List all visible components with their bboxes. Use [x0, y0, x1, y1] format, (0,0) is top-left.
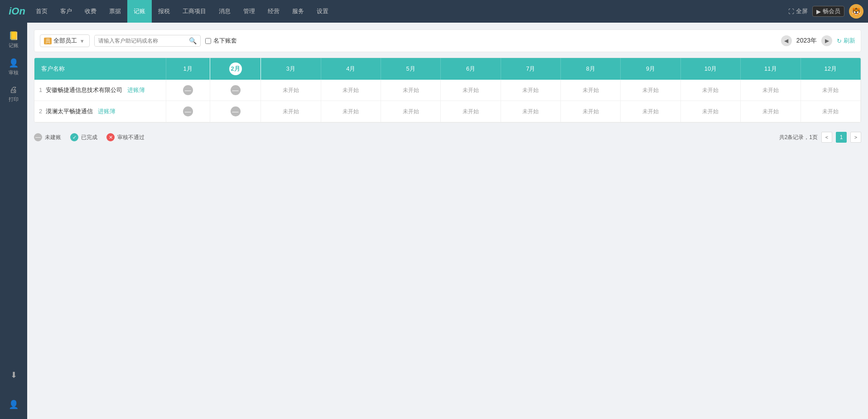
nav-settings[interactable]: 设置 [310, 0, 335, 23]
nav-manage[interactable]: 管理 [237, 0, 261, 23]
year-label: 2023年 [796, 37, 817, 45]
client-name-cell: 2 漠澜太平畅捷通信 进账簿 [34, 101, 166, 122]
not-started-text: 未开始 [642, 87, 659, 93]
col-month-9: 9月 [621, 58, 680, 80]
not-started-text: 未开始 [702, 108, 719, 115]
sidebar-item-review[interactable]: 👤 审核 [1, 54, 26, 79]
nav-home[interactable]: 首页 [29, 0, 54, 23]
client-name-cell: 1 安徽畅捷通信息技术有限公司 进账簿 [34, 80, 166, 101]
sidebar-item-user[interactable]: 👤 [1, 392, 26, 417]
employee-select[interactable]: 员 全部员工 ▾ [40, 34, 90, 47]
status-sep: 未开始 [621, 80, 680, 101]
legend: — 未建账 ✓ 已完成 ✕ 审核不通过 [34, 133, 145, 141]
current-month-circle: 2月 [229, 63, 242, 75]
status-apr: 未开始 [321, 101, 381, 122]
not-started-text: 未开始 [403, 87, 419, 93]
col-month-7: 7月 [501, 58, 560, 80]
nav-fee[interactable]: 收费 [78, 0, 103, 23]
refresh-button[interactable]: ↻ 刷新 [837, 37, 855, 45]
search-button[interactable]: 🔍 [185, 35, 200, 46]
year-prev-button[interactable]: ◀ [781, 35, 792, 46]
accounts-table: 客户名称 1月 2月 3月 4月 5月 6月 7月 8月 9月 10月 11月 [34, 58, 861, 122]
status-apr: 未开始 [321, 80, 381, 101]
nav-business[interactable]: 工商项目 [176, 0, 212, 23]
download-icon: ⬇ [10, 370, 17, 380]
status-may: 未开始 [381, 80, 440, 101]
year-nav: ◀ 2023年 ▶ [781, 35, 832, 46]
sidebar-item-print[interactable]: 🖨 打印 [1, 82, 26, 106]
nav-accounting[interactable]: 记账 [127, 0, 152, 23]
client-name-text: 漠澜太平畅捷通信 [46, 108, 93, 115]
my-accounts-checkbox[interactable] [205, 38, 211, 44]
status-feb: — [210, 80, 260, 101]
pagination-current: 1 [836, 132, 847, 143]
status-jun: 未开始 [441, 80, 501, 101]
col-month-10: 10月 [680, 58, 740, 80]
not-started-text: 未开始 [463, 87, 479, 93]
status-nov: 未开始 [741, 101, 800, 122]
not-started-text: 未开始 [403, 108, 419, 115]
nav-message[interactable]: 消息 [212, 0, 237, 23]
accounts-table-wrap: 客户名称 1月 2月 3月 4月 5月 6月 7月 8月 9月 10月 11月 [34, 58, 861, 123]
pagination-prev[interactable]: < [821, 132, 832, 143]
status-may: 未开始 [381, 101, 440, 122]
sidebar-item-accounting[interactable]: 📒 记账 [1, 27, 26, 52]
status-dec: 未开始 [800, 80, 861, 101]
enter-ledger-link[interactable]: 进账簿 [127, 87, 145, 93]
status-sep: 未开始 [621, 101, 680, 122]
enter-ledger-link[interactable]: 进账簿 [98, 108, 116, 115]
refresh-icon: ↻ [837, 38, 842, 44]
legend-not-created-label: 未建账 [45, 134, 61, 141]
row-index: 2 [39, 108, 42, 115]
not-started-text: 未开始 [762, 108, 779, 115]
page-footer: — 未建账 ✓ 已完成 ✕ 审核不通过 共2条记录，1页 < 1 > [34, 128, 861, 146]
nav-operation[interactable]: 经营 [261, 0, 286, 23]
status-oct: 未开始 [680, 101, 740, 122]
search-input-wrap: 🔍 [94, 35, 201, 47]
year-next-button[interactable]: ▶ [821, 35, 832, 46]
not-started-text: 未开始 [702, 87, 719, 93]
pagination: 共2条记录，1页 < 1 > [779, 132, 861, 143]
not-started-text: 未开始 [283, 87, 299, 93]
vip-button[interactable]: ▶ 畅会员 [812, 6, 844, 17]
status-dot-gray: — [183, 106, 193, 116]
vip-label: 畅会员 [823, 7, 840, 15]
sidebar-item-download[interactable]: ⬇ [1, 362, 26, 387]
employee-chevron-icon: ▾ [81, 38, 84, 44]
col-month-8: 8月 [561, 58, 621, 80]
not-started-text: 未开始 [283, 108, 299, 115]
not-started-text: 未开始 [822, 108, 839, 115]
user-avatar[interactable]: 🐯 [849, 4, 863, 19]
legend-dot-red: ✕ [106, 133, 115, 141]
not-started-text: 未开始 [522, 108, 539, 115]
sidebar-print-label: 打印 [9, 96, 19, 103]
right-tools: ⛶ 全屏 ▶ 畅会员 🐯 [788, 4, 863, 19]
user-icon: 👤 [9, 400, 19, 409]
status-mar: 未开始 [261, 80, 321, 101]
not-started-text: 未开始 [642, 108, 659, 115]
col-month-2: 2月 [210, 58, 260, 80]
search-input[interactable] [95, 36, 185, 46]
main-content: 员 全部员工 ▾ 🔍 名下账套 ◀ 2023年 ▶ ↻ 刷新 客 [27, 23, 868, 419]
fullscreen-btn[interactable]: ⛶ 全屏 [788, 7, 808, 15]
nav-client[interactable]: 客户 [54, 0, 78, 23]
nav-invoice[interactable]: 票据 [103, 0, 127, 23]
status-mar: 未开始 [261, 101, 321, 122]
nav-service[interactable]: 服务 [286, 0, 310, 23]
print-icon: 🖨 [10, 85, 18, 95]
col-month-1: 1月 [166, 58, 210, 80]
col-month-5: 5月 [381, 58, 440, 80]
top-nav: iOn 首页 客户 收费 票据 记账 报税 工商项目 消息 管理 经营 服务 设… [0, 0, 868, 23]
status-aug: 未开始 [561, 101, 621, 122]
pagination-next[interactable]: > [850, 132, 861, 143]
app-logo: iOn [5, 5, 29, 17]
filter-bar: 员 全部员工 ▾ 🔍 名下账套 ◀ 2023年 ▶ ↻ 刷新 [34, 29, 861, 52]
not-started-text: 未开始 [583, 108, 599, 115]
employee-select-label: 全部员工 [53, 37, 77, 45]
status-jul: 未开始 [501, 101, 560, 122]
status-jun: 未开始 [441, 101, 501, 122]
col-month-4: 4月 [321, 58, 381, 80]
nav-tax[interactable]: 报税 [152, 0, 176, 23]
my-accounts-checkbox-wrap[interactable]: 名下账套 [205, 37, 237, 45]
not-started-text: 未开始 [463, 108, 479, 115]
